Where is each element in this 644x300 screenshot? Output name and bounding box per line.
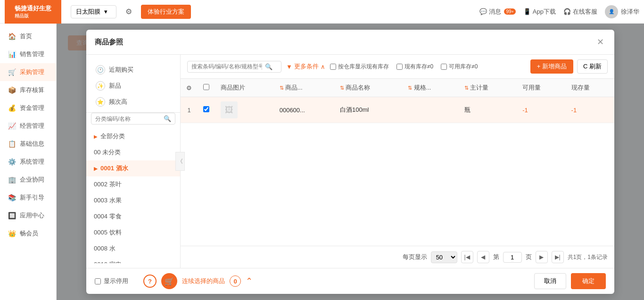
sidebar-item-sales[interactable]: 📊 销售管理	[0, 45, 56, 63]
nav-online-service[interactable]: 🎧 在线客服	[563, 8, 597, 16]
category-label-00: 00 未分类	[94, 148, 121, 157]
sidebar-label-home: 首页	[20, 32, 32, 41]
category-label-0008: 0008 水	[94, 244, 116, 253]
sidebar-item-member[interactable]: 👑 畅会员	[0, 225, 56, 242]
cancel-button[interactable]: 取消	[534, 273, 566, 289]
footer-middle: ? 🛒 连续选择的商品 0 ⌃	[143, 273, 253, 289]
page-input[interactable]	[503, 252, 522, 263]
filter-more-button[interactable]: ▼ 更多条件 ∧	[286, 62, 325, 71]
category-item-0003[interactable]: 0003 水果	[86, 192, 180, 208]
product-thumbnail: 🖼	[221, 101, 238, 118]
sidebar-label-sales: 销售管理	[20, 50, 44, 58]
col-available: 可用量	[517, 79, 565, 97]
nav-right: 💬 消息 99+ 📱 App下载 🎧 在线客服 👤 徐泽华	[479, 5, 639, 18]
row-checkbox[interactable]	[198, 97, 215, 123]
pagination-bar: 每页显示 50 10 20 100 |◀ ◀ 第 页	[181, 246, 614, 268]
col-code[interactable]: 商品...	[274, 79, 334, 97]
col-spec[interactable]: 规格...	[402, 79, 459, 97]
col-unit[interactable]: 主计量	[459, 79, 517, 97]
collapse-up-icon[interactable]: ⌃	[246, 276, 253, 286]
next-page-button[interactable]: ▶	[536, 251, 548, 263]
modal-body: 🕐 近期购买 ✨ 新品 ⭐ 频次高	[86, 55, 614, 268]
col-name[interactable]: 商品名称	[334, 79, 402, 97]
experience-button[interactable]: 体验行业方案	[141, 5, 191, 19]
modal-overlay: 商品参照 ✕ 🕐 近期购买 ✨	[57, 24, 644, 300]
table-row[interactable]: 1 🖼 000600... 白酒100ml	[181, 97, 614, 123]
page-size-select[interactable]: 50 10 20 100	[431, 251, 457, 263]
add-product-button[interactable]: + 新增商品	[530, 59, 573, 74]
collapse-panel-button[interactable]: 《	[175, 152, 185, 171]
content-area: 查询 设置 刷新 商品参照 ✕ �	[57, 24, 644, 300]
sidebar-item-apps[interactable]: 🔲 应用中心	[0, 207, 56, 225]
nav-selector[interactable]: 日太阳膜 ▾	[71, 5, 116, 18]
confirm-button[interactable]: 确定	[571, 273, 606, 289]
product-table: ⚙ 商品图片 商品...	[181, 79, 614, 123]
product-reference-modal: 商品参照 ✕ 🕐 近期购买 ✨	[86, 30, 614, 294]
row-num: 1	[181, 97, 198, 123]
row-select-checkbox[interactable]	[203, 106, 209, 112]
message-icon: 💬	[479, 8, 487, 15]
category-item-00[interactable]: 00 未分类	[86, 144, 180, 160]
nav-selector-label: 日太阳膜	[76, 8, 100, 16]
check-warehouse[interactable]: 按仓库显示现有库存	[330, 63, 389, 71]
gear-button[interactable]: ⚙	[121, 4, 136, 19]
product-toolbar: 🔍 ▼ 更多条件 ∧ 按仓库显示现有库存	[181, 55, 614, 79]
select-all-checkbox[interactable]	[203, 84, 209, 90]
checkbox-usable[interactable]	[441, 64, 447, 70]
sidebar-item-purchase[interactable]: 🛒 采购管理	[0, 63, 56, 81]
category-item-0008[interactable]: 0008 水	[86, 241, 180, 257]
category-label-0002: 0002 茶叶	[94, 180, 122, 189]
help-icon-button[interactable]: ?	[143, 275, 157, 288]
sidebar-item-enterprise[interactable]: 🏢 企业协同	[0, 171, 56, 189]
sidebar-label-inventory: 库存核算	[20, 86, 44, 94]
first-page-button[interactable]: |◀	[461, 251, 473, 263]
sidebar-label-finance: 资金管理	[20, 104, 44, 112]
checkbox-available[interactable]	[396, 64, 403, 70]
refresh-button[interactable]: C 刷新	[577, 59, 608, 74]
sidebar-item-basic[interactable]: 📋 基础信息	[0, 135, 56, 153]
check-usable[interactable]: 可用库存≠0	[441, 63, 478, 71]
row-stock: -1	[566, 97, 614, 123]
quick-tab-recent[interactable]: 🕐 近期购买	[91, 62, 175, 77]
sidebar-item-operation[interactable]: 📈 经营管理	[0, 117, 56, 135]
nav-app-download[interactable]: 📱 App下载	[523, 8, 556, 16]
category-item-0004[interactable]: 0004 零食	[86, 208, 180, 225]
sidebar-label-apps: 应用中心	[20, 211, 44, 220]
quick-tab-new[interactable]: ✨ 新品	[91, 78, 175, 93]
continuous-select-label: 连续选择的商品	[182, 277, 225, 285]
category-item-0010[interactable]: 0010 家电	[86, 257, 180, 263]
category-search-input[interactable]	[95, 116, 161, 122]
category-item-0001[interactable]: ▶ 0001 酒水	[86, 160, 180, 176]
modal-title: 商品参照	[95, 38, 123, 47]
quick-tab-frequent[interactable]: ⭐ 频次高	[91, 94, 175, 109]
product-search-icon[interactable]: 🔍	[265, 63, 272, 70]
last-page-button[interactable]: ▶|	[552, 251, 564, 263]
disabled-checkbox[interactable]	[95, 278, 101, 284]
operation-icon: 📈	[8, 122, 16, 130]
category-item-all[interactable]: ▶ 全部分类	[86, 128, 180, 144]
col-settings[interactable]: ⚙	[181, 79, 198, 97]
sidebar-item-guide[interactable]: 📚 新手引导	[0, 189, 56, 207]
prev-page-button[interactable]: ◀	[477, 251, 489, 263]
category-item-0002[interactable]: 0002 茶叶	[86, 176, 180, 192]
checkbox-warehouse[interactable]	[330, 64, 336, 70]
user-menu[interactable]: 👤 徐泽华	[605, 5, 639, 18]
sidebar-item-home[interactable]: 🏠 首页	[0, 27, 56, 45]
modal-close-button[interactable]: ✕	[594, 36, 606, 48]
product-search-box: 🔍	[187, 61, 281, 73]
category-item-0005[interactable]: 0005 饮料	[86, 225, 180, 241]
show-disabled-checkbox[interactable]: 显示停用	[95, 277, 128, 285]
category-label-0004: 0004 零食	[94, 212, 122, 221]
product-search-input[interactable]	[191, 63, 262, 70]
cart-icon-button[interactable]: 🛒	[161, 273, 177, 289]
sidebar-item-finance[interactable]: 💰 资金管理	[0, 99, 56, 117]
logo-line1: 畅捷通好生意	[15, 4, 51, 13]
new-icon: ✨	[96, 81, 105, 91]
category-search-icon[interactable]: 🔍	[164, 115, 171, 122]
sidebar-item-system[interactable]: ⚙️ 系统管理	[0, 153, 56, 171]
logo: 畅捷通好生意 精品版	[5, 0, 61, 24]
quick-tab-new-label: 新品	[109, 82, 121, 90]
sidebar-item-inventory[interactable]: 📦 库存核算	[0, 81, 56, 99]
nav-message[interactable]: 💬 消息 99+	[479, 8, 515, 16]
check-available[interactable]: 现有库存≠0	[396, 63, 433, 71]
